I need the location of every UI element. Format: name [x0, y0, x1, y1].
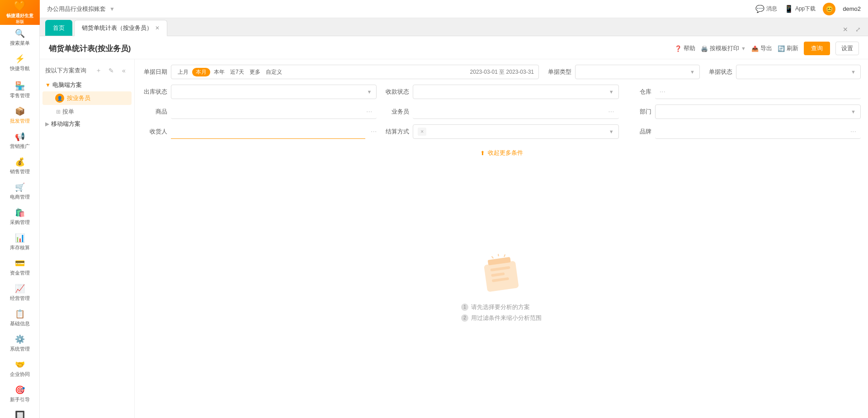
tab-close-all-button[interactable]: ✕: [841, 25, 850, 34]
export-button[interactable]: 📤 导出: [751, 44, 772, 52]
sidebar-item-finance[interactable]: 💳 资金管理: [0, 255, 40, 280]
sidebar-item-operations[interactable]: 📈 经营管理: [0, 280, 40, 305]
filter-item-receiver: 收货人 ···: [142, 124, 377, 139]
tab-close-button[interactable]: ✕: [155, 25, 160, 31]
tab-sales-stat[interactable]: 销货单统计表（按业务员） ✕: [74, 20, 167, 36]
scheme-item-by-order[interactable]: ⊞ 按单: [40, 105, 134, 118]
salesperson-label: 业务员: [384, 108, 409, 116]
dept-select[interactable]: ▼: [655, 104, 861, 119]
scheme-group-desktop-header[interactable]: ▼ 电脑端方案: [40, 79, 134, 91]
sidebar-label-purchase: 采购管理: [10, 219, 30, 226]
settle-tag-close[interactable]: ×: [420, 128, 424, 135]
date-tab-this-month[interactable]: 本月: [192, 68, 210, 76]
hint-num-2: 2: [461, 314, 468, 322]
sidebar-label-finance: 资金管理: [10, 270, 30, 276]
header-right: 💬 消息 📱 App下载 😊 demo2: [755, 3, 861, 15]
date-tab-custom[interactable]: 自定义: [264, 68, 284, 76]
sidebar-label-inventory: 库存核算: [10, 244, 30, 251]
page-actions: ❓ 帮助 🖨️ 按模板打印 ▼ 📤 导出 🔄 刷新 查询 设置: [675, 42, 859, 55]
filter-item-settle: 结算方式 × ▼: [384, 124, 618, 139]
print-button[interactable]: 🖨️ 按模板打印 ▼: [701, 44, 746, 52]
receipt-status-select[interactable]: ▼: [413, 85, 618, 99]
date-label: 单据日期: [142, 68, 167, 76]
date-tab-this-year[interactable]: 本年: [212, 68, 226, 76]
collapse-button[interactable]: ⬆ 收起更多条件: [142, 146, 861, 160]
tab-maximize-button[interactable]: ⤢: [854, 25, 863, 34]
sidebar-item-purchase[interactable]: 🛍️ 采购管理: [0, 204, 40, 229]
date-tab-last-month[interactable]: 上月: [176, 68, 190, 76]
user-avatar[interactable]: 😊: [823, 3, 835, 15]
sidebar-item-retail[interactable]: 🏪 零售管理: [0, 77, 40, 103]
sidebar-item-inventory[interactable]: 📊 库存核算: [0, 229, 40, 255]
receiver-input[interactable]: [171, 124, 365, 139]
warehouse-control[interactable]: ···: [655, 85, 861, 99]
print-icon: 🖨️: [701, 45, 708, 52]
app-dropdown-label: 办公用品行业模拟账套: [47, 5, 106, 13]
message-button[interactable]: 💬 消息: [755, 5, 777, 13]
doc-type-select[interactable]: ▼: [575, 65, 700, 79]
doc-status-select[interactable]: ▼: [736, 65, 861, 79]
svg-rect-0: [484, 261, 519, 292]
sidebar-item-wholesale[interactable]: 📦 批发管理: [0, 103, 40, 128]
goods-control[interactable]: ···: [171, 104, 377, 119]
query-button[interactable]: 查询: [804, 42, 830, 55]
date-tabs: 上月 本月 本年 近7天 更多 自定义: [176, 68, 284, 76]
export-icon: 📤: [751, 45, 759, 52]
sidebar-item-marketing[interactable]: 📢 营销推广: [0, 128, 40, 153]
sidebar-label-marketing: 营销推广: [10, 143, 30, 150]
sidebar-item-basic[interactable]: 📋 基础信息: [0, 305, 40, 331]
out-status-label: 出库状态: [142, 88, 167, 96]
header-left: 办公用品行业模拟账套 ▼: [47, 5, 115, 13]
refresh-button[interactable]: 🔄 刷新: [778, 44, 798, 52]
collapse-panel-button[interactable]: «: [119, 66, 129, 76]
purchase-icon: 🛍️: [15, 208, 25, 218]
tab-home[interactable]: 首页: [45, 20, 72, 36]
receipt-status-chevron-icon: ▼: [609, 89, 614, 95]
sidebar-item-apps[interactable]: 🔲 应用中心: [0, 407, 40, 418]
search-icon: 🔍: [15, 28, 25, 38]
date-tab-7days[interactable]: 近7天: [228, 68, 246, 76]
sidebar-label-search: 搜索菜单: [10, 40, 30, 47]
help-button[interactable]: ❓ 帮助: [675, 44, 695, 52]
svg-line-5: [498, 254, 499, 256]
sidebar-item-newbie[interactable]: 🎯 新手引导: [0, 381, 40, 407]
sidebar-item-enterprise[interactable]: 🤝 企业协同: [0, 356, 40, 381]
add-scheme-button[interactable]: ＋: [94, 66, 104, 76]
logo-icon: 🧡: [14, 0, 26, 12]
apps-icon: 🔲: [15, 410, 25, 418]
doc-type-label: 单据类型: [546, 68, 571, 76]
brand-dots: ···: [850, 128, 856, 136]
edit-scheme-button[interactable]: ✎: [106, 66, 116, 76]
sidebar-item-search[interactable]: 🔍 搜索菜单: [0, 25, 40, 50]
receiver-dots: ···: [371, 128, 377, 136]
goods-dots: ···: [366, 108, 372, 116]
brand-control[interactable]: ···: [655, 124, 861, 139]
dropdown-arrow-icon[interactable]: ▼: [109, 6, 115, 12]
scheme-item-salesperson[interactable]: 👤 按业务员: [42, 91, 132, 105]
date-tab-more[interactable]: 更多: [248, 68, 262, 76]
date-control[interactable]: 上月 本月 本年 近7天 更多 自定义 2023-03-01 至 2023-03…: [171, 65, 539, 79]
salesperson-control[interactable]: ···: [413, 104, 618, 119]
collapse-icon: ⬆: [480, 150, 485, 157]
help-label: 帮助: [684, 44, 695, 52]
content-area: 销货单统计表(按业务员) ❓ 帮助 🖨️ 按模板打印 ▼ 📤 导出 🔄 刷: [40, 36, 868, 418]
finance-icon: 💳: [15, 258, 25, 268]
sidebar-label-system: 系统管理: [10, 346, 30, 352]
sidebar-item-sales[interactable]: 💰 销售管理: [0, 153, 40, 179]
sidebar-item-system[interactable]: ⚙️ 系统管理: [0, 331, 40, 356]
left-panel-header: 按以下方案查询 ＋ ✎ «: [40, 64, 134, 79]
message-label: 消息: [766, 5, 777, 13]
scheme-group-mobile-header[interactable]: ▶ 移动端方案: [40, 118, 134, 130]
message-icon: 💬: [755, 5, 764, 13]
sidebar-item-shortcut[interactable]: ⚡ 快捷导航: [0, 50, 40, 76]
settle-select[interactable]: × ▼: [413, 124, 618, 139]
sidebar-item-ecommerce[interactable]: 🛒 电商管理: [0, 179, 40, 204]
salesperson-dots: ···: [608, 108, 614, 116]
out-status-select[interactable]: ▼: [171, 85, 377, 99]
app-download-button[interactable]: 📱 App下载: [784, 5, 816, 13]
settings-button[interactable]: 设置: [835, 42, 859, 55]
sidebar-label-newbie: 新手引导: [10, 396, 30, 403]
settle-tag: ×: [418, 128, 426, 136]
scheme-group-desktop: ▼ 电脑端方案 👤 按业务员 ⊞ 按单: [40, 79, 134, 118]
out-status-chevron-icon: ▼: [367, 89, 372, 95]
